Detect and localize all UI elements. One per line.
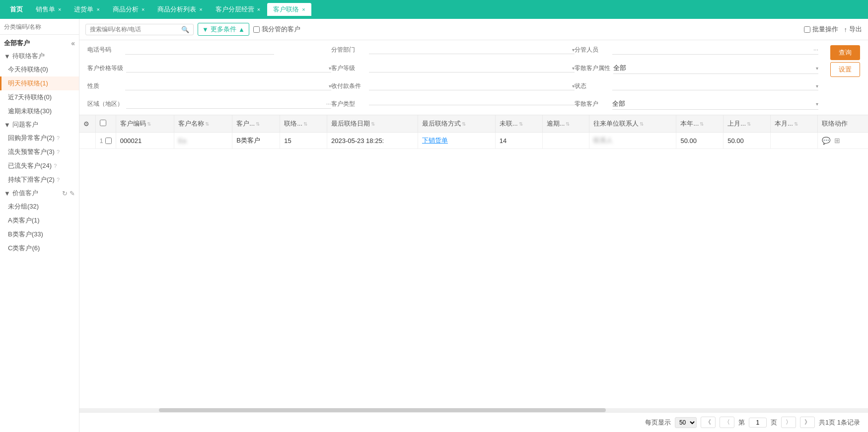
filter-settings-button[interactable]: 设置 <box>830 62 860 77</box>
row-select-checkbox[interactable] <box>105 138 112 144</box>
sidebar-item-b-class[interactable]: B类客户(33) <box>0 227 79 241</box>
sort-date-icon[interactable]: ⇅ <box>371 121 375 127</box>
nav-product-analysis-list[interactable]: 商品分析列表 × <box>151 3 208 16</box>
filter-select-person[interactable]: ··· <box>612 45 818 55</box>
search-input[interactable] <box>90 26 179 33</box>
nav-customer-contact[interactable]: 客户联络 × <box>267 3 311 16</box>
filter-cell-retail-customer: 零散客户 全部 ▾ <box>575 98 818 110</box>
group-pending-contact[interactable]: ▼ 待联络客户 <box>0 50 79 63</box>
next-page-button[interactable]: 〉 <box>781 417 796 428</box>
filter-select-status[interactable]: ▾ <box>612 82 818 90</box>
filter-input-phone[interactable] <box>125 45 274 55</box>
sort-overdue-icon[interactable]: ⇅ <box>566 121 570 127</box>
col-last-contact-method: 最后联络方式⇅ <box>418 115 495 133</box>
nav-product-analysis[interactable]: 商品分析 × <box>107 3 150 16</box>
page-input[interactable] <box>749 418 767 428</box>
nav-purchase-order[interactable]: 进货单 × <box>68 3 105 16</box>
chat-action-icon[interactable]: 💬 <box>822 137 830 144</box>
scrollbar-thumb[interactable] <box>159 408 606 412</box>
filter-row-3: 性质 ▾ 收付款条件 ▾ <box>87 82 818 90</box>
close-sales-order-icon[interactable]: × <box>58 6 61 12</box>
filter-select-retail-customer[interactable]: 全部 ▾ <box>612 98 818 110</box>
first-page-button[interactable]: 《 <box>701 417 716 428</box>
edit-value-icon[interactable]: ✎ <box>70 190 75 197</box>
close-product-analysis-icon[interactable]: × <box>142 6 145 12</box>
nav-home[interactable]: 首页 <box>4 3 29 16</box>
sort-contacts-icon[interactable]: ⇅ <box>303 121 307 127</box>
col-contacts: 联络...⇅ <box>280 115 327 133</box>
filter-select-nature[interactable]: ▾ <box>125 82 331 90</box>
row-last-month: 50.00 <box>723 133 771 149</box>
sort-this-year-icon[interactable]: ⇅ <box>700 121 704 127</box>
row-contacts: 15 <box>280 133 327 149</box>
sidebar-search-input[interactable] <box>4 23 78 30</box>
row-gear[interactable] <box>79 133 95 149</box>
sort-method-icon[interactable]: ⇅ <box>462 121 466 127</box>
sort-last-month-icon[interactable]: ⇅ <box>747 121 751 127</box>
sort-name-icon[interactable]: ⇅ <box>205 121 209 127</box>
sort-type-icon[interactable]: ⇅ <box>256 121 260 127</box>
sidebar-item-a-class[interactable]: A类客户(1) <box>0 214 79 227</box>
batch-op-checkbox[interactable] <box>804 26 810 33</box>
col-last-month: 上月...⇅ <box>723 115 771 133</box>
sidebar-item-ungrouped[interactable]: 未分组(32) <box>0 200 79 214</box>
export-button[interactable]: ↑ 导出 <box>844 25 863 34</box>
help-churned-icon: ? <box>54 163 57 169</box>
col-checkbox <box>95 115 116 133</box>
main-layout: 🔍 全部客户 « ▼ 待联络客户 今天待联络(0) 明天待联络(1) 近7天待联… <box>0 19 868 432</box>
collapse-sidebar-icon[interactable]: « <box>71 39 75 47</box>
filter-select-payment[interactable]: ▾ <box>369 82 575 90</box>
close-product-analysis-list-icon[interactable]: × <box>199 6 202 12</box>
my-customers-checkbox-area[interactable]: 我分管的客户 <box>253 25 300 34</box>
col-gear[interactable]: ⚙ <box>79 115 95 133</box>
close-purchase-order-icon[interactable]: × <box>96 6 99 12</box>
filter-panel: 电话号码 分管部门 ▾ 分管人员 <box>79 40 868 115</box>
col-this-year: 本年...⇅ <box>676 115 723 133</box>
sidebar-item-tomorrow-contact[interactable]: 明天待联络(1) <box>0 76 79 90</box>
sidebar-item-repurchase-anomaly[interactable]: 回购异常客户(2) ? <box>0 131 79 145</box>
filter-select-retail-attr[interactable]: 全部 ▾ <box>613 63 818 74</box>
sort-code-icon[interactable]: ⇅ <box>147 121 151 127</box>
sidebar-item-overdue-contact[interactable]: 逾期未联络(30) <box>0 104 79 118</box>
top-navigation: 首页 销售单 × 进货单 × 商品分析 × 商品分析列表 × 客户分层经营 × … <box>0 0 868 19</box>
last-contact-link[interactable]: 下销货单 <box>422 137 448 144</box>
last-page-button[interactable]: 》 <box>800 417 815 428</box>
sort-this-month-icon[interactable]: ⇅ <box>794 121 798 127</box>
gear-header-icon[interactable]: ⚙ <box>83 120 89 128</box>
toolbar: 🔍 ▼ 更多条件 ▲ 我分管的客户 批量操作 ↑ 导出 <box>79 19 868 40</box>
sort-not-contacted-icon[interactable]: ⇅ <box>519 121 523 127</box>
filter-label-price-level: 客户价格等级 <box>87 64 123 72</box>
search-icon[interactable]: 🔍 <box>181 26 189 33</box>
filter-select-dept[interactable]: ▾ <box>369 46 575 54</box>
filter-select-customer-type[interactable] <box>369 103 575 105</box>
refresh-value-icon[interactable]: ↻ <box>62 190 68 197</box>
sidebar-item-declining[interactable]: 持续下滑客户(2) ? <box>0 173 79 187</box>
my-customers-checkbox[interactable] <box>253 26 260 33</box>
sort-contact-person-icon[interactable]: ⇅ <box>640 121 644 127</box>
select-all-checkbox[interactable] <box>100 120 106 126</box>
close-customer-layering-icon[interactable]: × <box>257 6 260 12</box>
prev-page-button[interactable]: 〈 <box>720 417 734 428</box>
nav-sales-order[interactable]: 销售单 × <box>30 3 67 16</box>
page-unit: 页 <box>771 418 777 427</box>
sidebar-item-c-class[interactable]: C类客户(6) <box>0 241 79 255</box>
per-page-select[interactable]: 50 <box>675 417 697 428</box>
sidebar-item-churned[interactable]: 已流失客户(24) ? <box>0 159 79 173</box>
more-filters-button[interactable]: ▼ 更多条件 ▲ <box>198 23 249 36</box>
row-type: B类客户 <box>232 133 280 149</box>
close-customer-contact-icon[interactable]: × <box>302 6 305 12</box>
nav-customer-layering[interactable]: 客户分层经营 × <box>210 3 266 16</box>
sidebar-item-today-contact[interactable]: 今天待联络(0) <box>0 63 79 76</box>
sidebar-item-churn-warning[interactable]: 流失预警客户(3) ? <box>0 145 79 159</box>
filter-select-region[interactable]: ··· <box>126 99 331 109</box>
query-button[interactable]: 查询 <box>830 45 860 60</box>
sidebar-item-7day-contact[interactable]: 近7天待联络(0) <box>0 90 79 104</box>
grid-action-icon[interactable]: ⊞ <box>834 137 840 144</box>
filter-select-customer-level[interactable]: ▾ <box>369 65 575 72</box>
horizontal-scrollbar[interactable] <box>79 408 868 412</box>
sidebar-search-area: 🔍 <box>0 19 79 35</box>
filter-select-price-level[interactable]: ▾ <box>126 65 331 72</box>
group-value-customers[interactable]: ▼ 价值客户 ↻ ✎ <box>0 187 79 200</box>
group-problem-customers[interactable]: ▼ 问题客户 <box>0 118 79 131</box>
batch-operation-button[interactable]: 批量操作 <box>804 25 838 34</box>
